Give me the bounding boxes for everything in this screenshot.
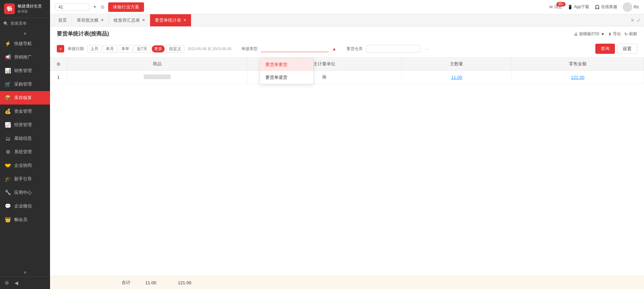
footer-amount: 121.00 xyxy=(171,280,198,285)
tab-order-summary-close[interactable]: ✕ xyxy=(183,18,186,22)
tab-close-all-icon[interactable]: ✕ xyxy=(630,18,635,23)
sidebar-scroll-down[interactable]: ▼ xyxy=(0,269,50,276)
settings-bottom-icon[interactable]: ⚙ xyxy=(5,280,9,286)
print-label: 按模板打印 xyxy=(579,31,599,37)
sidebar-item-finance[interactable]: 💰 资金管理 xyxy=(0,105,50,118)
sidebar-scroll-up[interactable]: ▲ xyxy=(0,29,50,37)
refresh-label: 刷新 xyxy=(629,31,637,37)
sidebar-item-label: 库存核算 xyxy=(14,95,32,101)
tab-receive-summary-close[interactable]: ✕ xyxy=(142,18,145,22)
date-btn-custom[interactable]: 自定义 xyxy=(166,45,184,53)
table-row: 1 块 11.00 121.00 xyxy=(50,71,644,84)
td-quantity: 11.00 xyxy=(402,71,511,84)
tab-inventory-batch[interactable]: 库存批次账 ✕ xyxy=(72,14,109,26)
num-input[interactable] xyxy=(55,3,89,11)
header-gear-icon[interactable]: ⚙ xyxy=(100,4,105,10)
header-right: ✉ 消息 99+ 📱 App下载 🎧 在线客服 Rit xyxy=(549,2,639,12)
sidebar-item-label: 基础信息 xyxy=(14,135,32,141)
type-chevron-up-icon[interactable]: ▲ xyxy=(332,46,336,51)
date-btn-this-month[interactable]: 本月 xyxy=(103,45,117,53)
sidebar-item-guide[interactable]: 🎓 新手引导 xyxy=(0,172,50,186)
td-amount: 121.00 xyxy=(511,71,644,84)
tab-home[interactable]: 首页 xyxy=(53,14,72,26)
export-btn[interactable]: ⬇ 导出 xyxy=(608,31,621,37)
sidebar-bottom: ⚙ ◀ xyxy=(0,276,50,289)
print-btn[interactable]: 🖨 按模板打印 ▼ xyxy=(574,31,605,37)
tab-inventory-batch-close[interactable]: ✕ xyxy=(101,18,104,22)
product-placeholder xyxy=(144,74,171,79)
print-icon: 🖨 xyxy=(574,32,578,37)
guide-icon: 🎓 xyxy=(5,176,11,182)
date-btn-this-year[interactable]: 本年 xyxy=(118,45,133,53)
table-area: ⚙ 商品 主计量单位 主数量 零售金额 1 块 11.00 xyxy=(50,58,644,276)
date-buttons: 上月 本月 本年 近7天 更多 自定义 xyxy=(87,45,184,53)
sidebar-item-label: 企业协同 xyxy=(14,162,32,169)
message-badge: 99+ xyxy=(556,2,566,6)
footer-label: 合计 xyxy=(54,280,130,286)
type-input[interactable] xyxy=(261,46,329,52)
date-label: 单据日期 xyxy=(68,46,84,52)
sidebar-item-system[interactable]: ⚙ 系统管理 xyxy=(0,145,50,159)
refresh-btn[interactable]: ↻ 刷新 xyxy=(624,31,637,37)
date-btn-last-month[interactable]: 上月 xyxy=(87,45,101,53)
warehouse-input[interactable] xyxy=(366,45,420,52)
sidebar-item-inventory[interactable]: 📦 库存核算 xyxy=(0,91,50,105)
trial-btn[interactable]: 体验行业方案 xyxy=(108,2,144,12)
export-label: 导出 xyxy=(613,31,621,37)
page-title: 要货单统计表(按商品) xyxy=(57,30,109,38)
sidebar-item-label: 新手引导 xyxy=(14,176,32,182)
sidebar-item-business[interactable]: 📈 经营管理 xyxy=(0,118,50,132)
sidebar-item-quick-nav[interactable]: ⚡ 快捷导航 xyxy=(0,37,50,50)
chart-icon: 📊 xyxy=(5,68,11,74)
date-btn-more[interactable]: 更多 xyxy=(152,45,165,52)
header-left: ▼ ⚙ 体验行业方案 xyxy=(55,2,144,12)
sidebar-item-member[interactable]: 👑 畅会员 xyxy=(0,213,50,226)
settings-btn[interactable]: 设置 xyxy=(617,44,637,54)
sidebar-item-appstore[interactable]: 🔧 应用中心 xyxy=(0,186,50,199)
filter-expand-btn[interactable]: » xyxy=(57,45,64,52)
filter-more-icon[interactable]: ··· xyxy=(425,46,429,51)
dropdown-item-order-delivery[interactable]: 要货单要货 xyxy=(260,58,313,71)
query-btn[interactable]: 查询 xyxy=(595,44,615,54)
sidebar-item-wechat[interactable]: 💬 企业微信 xyxy=(0,199,50,213)
tab-receive-summary[interactable]: 收发存汇总表 ✕ xyxy=(109,14,150,26)
wechat-icon: 💬 xyxy=(5,203,11,209)
chevron-down-icon[interactable]: ▼ xyxy=(93,4,97,9)
user-item[interactable]: Rit xyxy=(623,2,639,12)
sidebar-item-label: 应用中心 xyxy=(14,190,32,196)
logo-icon: 畅 xyxy=(4,3,15,14)
tab-expand-icon[interactable]: ⤢ xyxy=(637,18,641,23)
print-chevron-icon: ▼ xyxy=(601,32,605,37)
th-amount: 零售金额 xyxy=(511,58,644,71)
type-dropdown: 要货单要货 要货单退货 xyxy=(260,58,314,84)
sidebar-search[interactable]: 🔍 搜索菜单 xyxy=(0,18,50,29)
user-name: Rit xyxy=(634,5,639,9)
amount-link[interactable]: 121.00 xyxy=(571,75,585,80)
settings-icon[interactable]: ⚙ xyxy=(56,62,61,67)
sidebar-item-basic[interactable]: 🗂 基础信息 xyxy=(0,132,50,145)
th-product: 商品 xyxy=(67,58,247,71)
sidebar-item-purchase[interactable]: 🛒 采购管理 xyxy=(0,77,50,91)
message-item[interactable]: ✉ 消息 99+ xyxy=(549,4,562,10)
collapse-icon[interactable]: ◀ xyxy=(15,280,18,286)
tab-order-summary[interactable]: 要货单统计表 ✕ xyxy=(150,14,191,26)
app-download-item[interactable]: 📱 App下载 xyxy=(568,4,589,10)
th-settings[interactable]: ⚙ xyxy=(50,58,67,71)
sidebar-item-marketing[interactable]: 📢 营销推广 xyxy=(0,50,50,64)
service-item[interactable]: 🎧 在线客服 xyxy=(595,4,617,10)
date-btn-7days[interactable]: 近7天 xyxy=(134,45,150,53)
dropdown-item-order-return[interactable]: 要货单退货 xyxy=(260,71,313,84)
filter-area: » 单据日期 上月 本月 本年 近7天 更多 自定义 2023-05-06 至 … xyxy=(50,40,644,58)
tab-home-label: 首页 xyxy=(58,17,67,23)
app-icon: 🔧 xyxy=(5,190,11,196)
sidebar-search-label: 搜索菜单 xyxy=(10,21,27,26)
main-area: ▼ ⚙ 体验行业方案 ✉ 消息 99+ 📱 App下载 🎧 在线客服 Rit xyxy=(50,0,644,289)
sidebar-item-sales[interactable]: 📊 销售管理 xyxy=(0,64,50,77)
tab-order-summary-label: 要货单统计表 xyxy=(155,17,181,23)
money-icon: 💰 xyxy=(5,108,11,114)
sidebar-item-label: 经营管理 xyxy=(14,122,32,128)
logo-name: 畅捷通好生意 xyxy=(18,4,42,9)
sidebar-item-collab[interactable]: 🤝 企业协同 xyxy=(0,159,50,172)
folder-icon: 🗂 xyxy=(5,136,11,141)
quantity-link[interactable]: 11.00 xyxy=(451,75,462,80)
